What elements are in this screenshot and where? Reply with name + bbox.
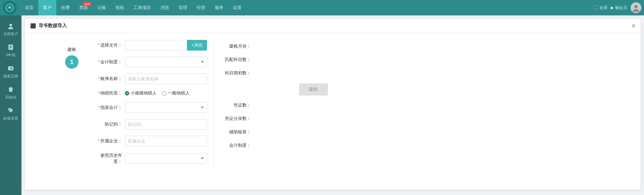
nav-business[interactable]: 工商项目: [129, 0, 156, 15]
nav-operation[interactable]: 经营: [192, 0, 210, 15]
svg-point-13: [10, 110, 11, 111]
file-input[interactable]: [125, 40, 187, 51]
build-month-label: 建账月份：: [221, 43, 251, 49]
voucher-count-label: 凭证数：: [221, 102, 251, 108]
match-subjects-label: 匹配科目数：: [221, 57, 251, 63]
company-input[interactable]: [125, 136, 207, 146]
tax-option2-label[interactable]: 一般纳税人: [162, 90, 190, 96]
build-button[interactable]: 建账: [299, 83, 328, 95]
nav-right: ⛶ 全屏 ▶ 畅会员: [594, 2, 641, 13]
account-migration-icon: [7, 64, 15, 72]
nav-customers[interactable]: 客户: [38, 0, 56, 15]
nav-home[interactable]: 首页: [20, 0, 38, 15]
nav-tax[interactable]: 报税: [111, 0, 129, 15]
step-label: 建账: [67, 47, 76, 53]
accounting-system-select[interactable]: [125, 57, 207, 67]
tax-type-row: *纳税性质： 小规模纳税人 一般纳税人: [95, 90, 207, 96]
step-area: 建账 1: [38, 40, 89, 75]
ref-year-select[interactable]: [125, 153, 207, 164]
tax-type-radio-group: 小规模纳税人 一般纳税人: [125, 90, 207, 96]
file-input-wrap: +浏览: [125, 40, 207, 51]
tax-option1-radio[interactable]: [125, 91, 129, 95]
ref-year-label: 参照历史年度：: [95, 152, 122, 165]
ledger-name-input[interactable]: [125, 73, 207, 84]
nav-message[interactable]: 消息: [156, 0, 174, 15]
main-layout: 全部客户 0申报 账套迁移: [0, 15, 644, 195]
member-icon: ▶: [611, 5, 614, 10]
nav-invoices[interactable]: 票据 new: [75, 0, 93, 15]
sidebar-item-tag-settings[interactable]: 标签设置: [0, 103, 21, 124]
sidebar-item-zero-declaration[interactable]: 0申报: [0, 40, 21, 61]
svg-rect-10: [9, 88, 12, 92]
accountant-row: *指派会计：: [95, 102, 207, 113]
dialog-body: 建账 1 *选择文件： +浏览: [25, 33, 641, 177]
svg-point-4: [9, 24, 12, 26]
tax-option1-label[interactable]: 小规模纳税人: [125, 90, 157, 96]
fullscreen-icon: ⛶: [594, 5, 598, 10]
dialog-panel: ⬛ 导爷数据导入 × 建账 1 *: [25, 19, 641, 190]
accountant-select[interactable]: [125, 102, 207, 113]
build-month-row: 建账月份：: [221, 43, 335, 49]
nav-service[interactable]: 服务: [210, 0, 228, 15]
ledger-name-label: *账簿名称：: [95, 76, 122, 82]
file-label: *选择文件：: [95, 42, 122, 48]
member-button[interactable]: ▶ 畅会员: [611, 5, 627, 11]
auxiliary-calc-row: 辅助核算：: [221, 129, 335, 135]
user-avatar[interactable]: [631, 2, 641, 13]
file-row: *选择文件： +浏览: [95, 40, 207, 51]
memo-label: 助记码：: [95, 121, 122, 127]
svg-rect-7: [9, 47, 12, 48]
all-customers-icon: [7, 22, 15, 30]
svg-rect-6: [9, 46, 12, 47]
accountant-label: *指派会计：: [95, 105, 122, 111]
dialog-title: 导爷数据导入: [39, 23, 67, 29]
voucher-entries-label: 凭证分录数：: [221, 116, 251, 122]
svg-point-3: [634, 5, 638, 8]
company-label: *所属企业：: [95, 138, 122, 144]
ledger-name-row: *账簿名称：: [95, 73, 207, 84]
close-button[interactable]: ×: [632, 23, 635, 29]
ref-year-row: 参照历史年度：: [95, 152, 207, 165]
accounting-system-label: *会计制度：: [95, 59, 122, 65]
voucher-entries-row: 凭证分录数：: [221, 116, 335, 122]
tag-settings-icon: [7, 107, 15, 115]
zero-declaration-icon: [7, 43, 15, 51]
accounting-system2-row: 会计制度：: [221, 142, 335, 148]
nav-bookkeeping[interactable]: 记账: [93, 0, 111, 15]
accounting-system-row: *会计制度：: [95, 57, 207, 67]
logo[interactable]: [3, 1, 17, 15]
memo-row: 助记码：: [95, 119, 207, 130]
tax-option2-radio[interactable]: [162, 91, 166, 95]
form-right: 建账月份： 匹配科目数： 科目期初数： 建账: [214, 40, 341, 171]
nav-settings[interactable]: 设置: [228, 0, 246, 15]
svg-point-1: [9, 7, 10, 8]
sidebar-item-recycle[interactable]: 回收站: [0, 82, 21, 103]
import-icon: ⬛: [30, 23, 36, 28]
nav-billing[interactable]: 收费: [56, 0, 75, 15]
auxiliary-calc-label: 辅助核算：: [221, 129, 251, 135]
sidebar-item-all-customers[interactable]: 全部客户: [0, 19, 21, 40]
svg-rect-8: [9, 48, 11, 49]
company-row: *所属企业：: [95, 136, 207, 146]
voucher-count-row: 凭证数：: [221, 102, 335, 108]
sidebar: 全部客户 0申报 账套迁移: [0, 15, 21, 195]
fullscreen-button[interactable]: ⛶ 全屏: [594, 5, 607, 11]
initial-subjects-label: 科目期初数：: [221, 70, 251, 76]
dialog-header: ⬛ 导爷数据导入 ×: [25, 19, 641, 33]
top-nav: 首页 客户 收费 票据 new 记账 报税 工商项目 消息 管理 经营 服务 设…: [0, 0, 644, 15]
svg-rect-11: [8, 88, 13, 88]
tax-type-label: *纳税性质：: [95, 90, 122, 96]
match-subjects-row: 匹配科目数：: [221, 57, 335, 63]
nav-items: 首页 客户 收费 票据 new 记账 报税 工商项目 消息 管理 经营 服务 设…: [20, 0, 594, 15]
step-circle: 1: [65, 55, 79, 69]
browse-button[interactable]: +浏览: [187, 40, 207, 51]
form-left: *选择文件： +浏览 *会计制度：: [89, 40, 214, 171]
new-badge: new: [83, 2, 91, 6]
recycle-icon: [7, 85, 15, 93]
svg-rect-12: [10, 87, 11, 88]
nav-manage[interactable]: 管理: [174, 0, 192, 15]
sidebar-item-account-migration[interactable]: 账套迁移: [0, 61, 21, 82]
memo-input[interactable]: [125, 119, 207, 130]
content-area: ⬛ 导爷数据导入 × 建账 1 *: [21, 15, 644, 195]
initial-subjects-row: 科目期初数：: [221, 70, 335, 76]
